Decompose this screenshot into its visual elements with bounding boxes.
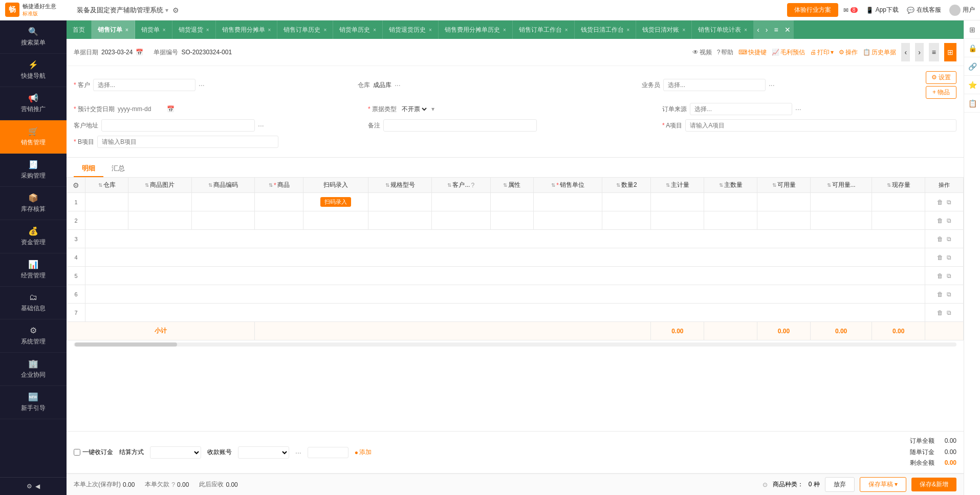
settings-button[interactable]: ⚙ 设置 bbox=[926, 71, 956, 84]
product-code-sort-icon[interactable]: ⇅ bbox=[208, 182, 212, 188]
tab-return-history-close[interactable]: × bbox=[373, 27, 376, 33]
tab-return-history[interactable]: 销货单历史 × bbox=[333, 20, 383, 39]
stock-sort-icon[interactable]: ⇅ bbox=[887, 182, 891, 188]
sales-unit-sort-icon[interactable]: ⇅ bbox=[551, 182, 555, 188]
order-source-input[interactable] bbox=[690, 103, 792, 115]
row-available2-2[interactable] bbox=[810, 211, 872, 230]
print-dropdown-icon[interactable]: ▾ bbox=[831, 49, 834, 56]
user-area[interactable]: 用户 bbox=[949, 5, 975, 16]
copy-icon-6[interactable]: ⧉ bbox=[947, 291, 951, 298]
customer-code-info-icon[interactable]: ? bbox=[471, 182, 474, 189]
tab-order-history-close[interactable]: × bbox=[323, 27, 326, 33]
sidebar-item-ops[interactable]: 📊 经营管理 bbox=[0, 253, 67, 287]
spec-sort-icon[interactable]: ⇅ bbox=[385, 182, 389, 188]
view-btn[interactable]: 👁 视频 bbox=[692, 48, 712, 57]
a-project-input[interactable] bbox=[685, 119, 956, 132]
bank-account-dots[interactable]: ··· bbox=[295, 448, 301, 457]
tab-cash-reconcile[interactable]: 钱货日清对账 × bbox=[636, 20, 692, 39]
salesperson-input[interactable] bbox=[663, 79, 766, 91]
customer-code-sort-icon[interactable]: ⇅ bbox=[447, 182, 451, 188]
tab-order-workbench[interactable]: 销售订单工作台 × bbox=[513, 20, 575, 39]
right-icon-link[interactable]: 🔗 bbox=[964, 57, 980, 76]
row-stock-1[interactable] bbox=[872, 193, 925, 211]
row-main-unit-2[interactable] bbox=[651, 211, 704, 230]
main-qty-sort-icon[interactable]: ⇅ bbox=[719, 182, 723, 188]
right-icon-star[interactable]: ⭐ bbox=[964, 76, 980, 94]
tab-summary[interactable]: 汇总 bbox=[103, 161, 133, 177]
tab-sales-stats[interactable]: 销售订单统计表 × bbox=[692, 20, 754, 39]
calendar-icon[interactable]: 📅 bbox=[136, 49, 143, 56]
add-payment-btn[interactable]: ● 添加 bbox=[355, 448, 372, 457]
sidebar-item-purchase[interactable]: 🧾 采购管理 bbox=[0, 154, 67, 187]
sidebar-item-basic[interactable]: 🗂 基础信息 bbox=[0, 287, 67, 319]
copy-icon-5[interactable]: ⧉ bbox=[947, 272, 951, 279]
online-service-link[interactable]: 💬 在线客服 bbox=[907, 6, 941, 14]
delivery-calendar-icon[interactable]: 📅 bbox=[167, 105, 175, 113]
print-btn[interactable]: 🖨 打印 ▾ bbox=[810, 48, 834, 57]
message-icon-area[interactable]: ✉ 8 bbox=[843, 7, 858, 14]
row-sales-unit-1[interactable] bbox=[533, 193, 602, 211]
tab-sales-expense[interactable]: 销售费用分摊单 × bbox=[216, 20, 278, 39]
form-nav-next-btn[interactable]: › bbox=[915, 43, 924, 61]
salesperson-dots[interactable]: ··· bbox=[769, 81, 775, 89]
row-customer-code-1[interactable] bbox=[431, 193, 490, 211]
main-unit-sort-icon[interactable]: ⇅ bbox=[666, 182, 670, 188]
save-draft-dropdown-icon[interactable]: ▾ bbox=[895, 481, 898, 488]
row-scan-1[interactable]: 扫码录入 bbox=[303, 193, 368, 211]
tab-detail[interactable]: 明细 bbox=[74, 161, 103, 177]
tab-more-btn[interactable]: ≡ bbox=[771, 20, 781, 39]
delete-icon-1[interactable]: 🗑 bbox=[937, 199, 943, 206]
row-warehouse-1[interactable] bbox=[85, 193, 128, 211]
qty2-sort-icon[interactable]: ⇅ bbox=[616, 182, 620, 188]
gear-icon-col[interactable]: ⚙ bbox=[73, 181, 79, 189]
row-product-2[interactable] bbox=[255, 211, 303, 230]
attribute-sort-icon[interactable]: ⇅ bbox=[503, 182, 507, 188]
discard-button[interactable]: 放弃 bbox=[825, 477, 855, 492]
customer-dots[interactable]: ··· bbox=[199, 81, 205, 89]
copy-icon-1[interactable]: ⧉ bbox=[947, 199, 951, 206]
warehouse-sort-icon[interactable]: ⇅ bbox=[98, 182, 102, 188]
tab-return-goods[interactable]: 销货退货 × bbox=[172, 20, 216, 39]
row-scan-2[interactable] bbox=[303, 211, 368, 230]
row-warehouse-2[interactable] bbox=[85, 211, 128, 230]
row-attr-1[interactable] bbox=[490, 193, 533, 211]
tab-expense-history[interactable]: 销售费用分摊单历史 × bbox=[439, 20, 513, 39]
tab-return-goods-history[interactable]: 销货退货历史 × bbox=[383, 20, 439, 39]
row-available-2[interactable] bbox=[757, 211, 811, 230]
tab-sales-order-close[interactable]: × bbox=[125, 27, 128, 33]
delete-icon-7[interactable]: 🗑 bbox=[937, 309, 943, 316]
help-btn[interactable]: ? 帮助 bbox=[717, 48, 734, 57]
tab-sales-return-close[interactable]: × bbox=[163, 27, 166, 33]
right-icon-grid[interactable]: ⊞ bbox=[964, 20, 980, 39]
sidebar-item-sales[interactable]: 🛒 销售管理 bbox=[0, 120, 67, 154]
sidebar-item-finance[interactable]: 💰 资金管理 bbox=[0, 220, 67, 253]
form-nav-prev-btn[interactable]: ‹ bbox=[901, 43, 910, 61]
right-icon-doc[interactable]: 📋 bbox=[964, 94, 980, 113]
sidebar-collapse-icon[interactable]: ◀ bbox=[35, 483, 40, 490]
save-new-button[interactable]: 保存&新增 bbox=[911, 478, 956, 491]
invoice-type-select[interactable]: 不开票 bbox=[400, 105, 428, 113]
product-sort-icon[interactable]: ⇅ bbox=[269, 182, 273, 188]
available2-sort-icon[interactable]: ⇅ bbox=[827, 182, 831, 188]
row-main-qty-2[interactable] bbox=[704, 211, 757, 230]
scrollbar-thumb[interactable] bbox=[75, 342, 177, 347]
payment-amount-input[interactable]: 0.00 bbox=[308, 447, 349, 458]
row-sales-unit-2[interactable] bbox=[533, 211, 602, 230]
settings-gear-icon[interactable]: ⚙ bbox=[172, 6, 179, 14]
tab-sales-order[interactable]: 销售订单 × bbox=[92, 20, 135, 39]
row-available2-1[interactable] bbox=[810, 193, 872, 211]
tab-cash-daily-close[interactable]: × bbox=[627, 27, 630, 33]
sidebar-item-quicknav[interactable]: ⚡ 快捷导航 bbox=[0, 54, 67, 87]
system-dropdown-icon[interactable]: ▾ bbox=[165, 7, 168, 14]
row-main-qty-1[interactable] bbox=[704, 193, 757, 211]
tab-expense-history-close[interactable]: × bbox=[503, 27, 506, 33]
copy-icon-3[interactable]: ⧉ bbox=[947, 235, 951, 243]
tab-sales-expense-close[interactable]: × bbox=[268, 27, 271, 33]
available-sort-icon[interactable]: ⇅ bbox=[772, 182, 776, 188]
scan-btn-1[interactable]: 扫码录入 bbox=[320, 197, 351, 207]
ops-btn[interactable]: ⚙ 操作 bbox=[839, 48, 858, 57]
one-click-checkbox-label[interactable]: 一键收订金 bbox=[74, 448, 113, 457]
copy-icon-2[interactable]: ⧉ bbox=[947, 217, 951, 224]
row-main-unit-1[interactable] bbox=[651, 193, 704, 211]
address-dots[interactable]: ··· bbox=[258, 121, 264, 130]
